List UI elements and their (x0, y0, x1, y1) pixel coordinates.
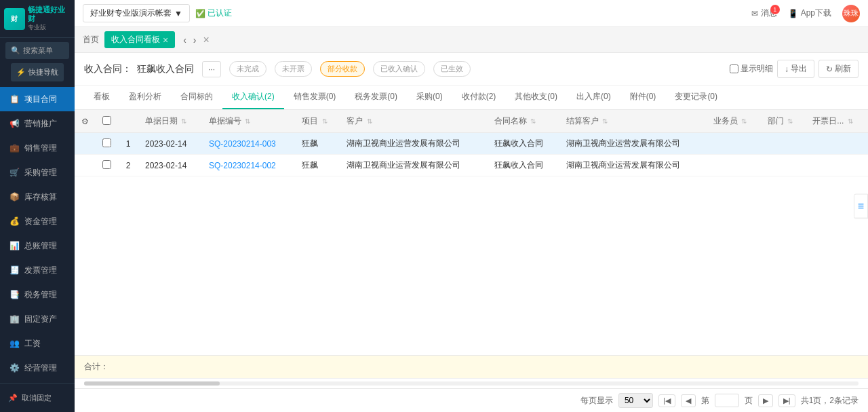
content-panel: 收入合同： 狂飙收入合同 ··· 未完成 未开票 部分收款 已收入确认 已生效 (75, 53, 868, 412)
sidebar-item-marketing[interactable]: 📢 营销推广 (0, 111, 75, 136)
header-right-actions: 显示明细 ↓ 导出 ↻ 刷新 (730, 60, 859, 78)
unpin-button[interactable]: 📌 取消固定 (0, 388, 75, 408)
refresh-button[interactable]: ↻ 刷新 (818, 60, 859, 78)
row-checkbox[interactable] (102, 160, 111, 169)
sort-icon[interactable]: ⇅ (245, 117, 250, 125)
sidebar-item-fixed-assets[interactable]: 🏢 固定资产 (0, 307, 75, 331)
status-confirmed-button[interactable]: 已收入确认 (373, 61, 425, 77)
sidebar-item-tax[interactable]: 📑 税务管理 (0, 282, 75, 307)
nav-back-button[interactable]: ‹ (180, 33, 189, 47)
tab-warehouse[interactable]: 出入库(0) (567, 86, 620, 109)
sidebar-item-sales[interactable]: 💼 销售管理 (0, 136, 75, 160)
tab-sales-invoice[interactable]: 销售发票(0) (284, 86, 346, 109)
page-number-input[interactable]: 1 (715, 394, 739, 407)
dock-button[interactable]: ≡ (854, 194, 867, 218)
close-tab-button[interactable]: × (163, 35, 168, 45)
app-logo-icon: 财 (4, 8, 25, 30)
sort-icon[interactable]: ⇅ (848, 117, 853, 125)
main-content: 好业财专业版演示帐套 ▼ ✅ 已认证 ✉ 1 消息 📱 App下载 珠珠 (75, 0, 868, 412)
company-selector[interactable]: 好业财专业版演示帐套 ▼ (83, 4, 190, 22)
sidebar-logo: 财 畅捷通好业财 专业版 (0, 0, 75, 38)
detail-toggle-checkbox[interactable] (730, 64, 738, 73)
row-customer: 湖南卫视商业运营发展有限公司 (340, 133, 487, 155)
export-button[interactable]: ↓ 导出 (777, 60, 814, 78)
nav-close-button[interactable]: × (201, 33, 212, 48)
assets-icon: 🏢 (8, 313, 20, 325)
sidebar-item-project-contract[interactable]: 📋 项目合同 (0, 87, 75, 111)
customer-header: 客户 ⇅ (340, 110, 487, 133)
breadcrumb-bar: 首页 收入合同看板 × ‹ › × (75, 27, 868, 53)
bill-no-link[interactable]: SQ-20230214-003 (209, 139, 276, 149)
tab-tax-invoice[interactable]: 税务发票(0) (345, 86, 407, 109)
next-page-button[interactable]: ▶ (758, 394, 773, 407)
first-page-button[interactable]: |◀ (658, 394, 675, 407)
detail-toggle[interactable]: 显示明细 (730, 63, 773, 75)
sidebar-item-purchase[interactable]: 🛒 采购管理 (0, 160, 75, 185)
status-incomplete-button[interactable]: 未完成 (229, 61, 267, 77)
quick-nav-button[interactable]: ⚡ 快捷导航 (11, 63, 64, 81)
tab-payment[interactable]: 收付款(2) (452, 86, 506, 109)
gear-icon[interactable]: ⚙ (81, 117, 89, 126)
tab-attachments[interactable]: 附件(0) (620, 86, 666, 109)
row-salesperson (707, 133, 761, 155)
table-area: ⚙ 单据日期 ⇅ 单据编号 ⇅ (75, 110, 868, 355)
app-logo-text: 畅捷通好业财 专业版 (28, 5, 71, 32)
row-bill-date2 (806, 133, 868, 155)
refresh-icon: ↻ (826, 64, 833, 74)
tab-contract-standard[interactable]: 合同标的 (171, 86, 222, 109)
more-options-button[interactable]: ··· (202, 61, 221, 77)
sort-icon[interactable]: ⇅ (602, 117, 608, 125)
project-icon: 📋 (8, 93, 20, 105)
row-settings-cell (75, 155, 96, 176)
sidebar-item-hr[interactable]: 👥 工资 (0, 331, 75, 356)
user-avatar[interactable]: 珠珠 (842, 5, 860, 22)
message-button[interactable]: ✉ 1 消息 (751, 7, 777, 19)
contract-header-left: 收入合同： 狂飙收入合同 ··· 未完成 未开票 部分收款 已收入确认 已生效 (84, 61, 471, 77)
prev-page-button[interactable]: ◀ (681, 394, 696, 407)
status-uninvoiced-button[interactable]: 未开票 (275, 61, 312, 77)
tab-other-income[interactable]: 其他收支(0) (505, 86, 567, 109)
nav-forward-button[interactable]: › (191, 33, 199, 47)
sidebar-item-invoice[interactable]: 🧾 发票管理 (0, 258, 75, 282)
app-download-button[interactable]: 📱 App下载 (788, 7, 831, 19)
row-checkbox-cell (96, 133, 118, 155)
sidebar-item-inventory[interactable]: 📦 库存核算 (0, 185, 75, 209)
select-all-checkbox[interactable] (102, 116, 111, 125)
table-body: 1 2023-02-14 SQ-20230214-003 狂飙 湖南卫视商业运营… (75, 133, 868, 176)
nav-arrows: ‹ › × (180, 33, 212, 48)
sort-icon[interactable]: ⇅ (741, 117, 747, 125)
sort-icon[interactable]: ⇅ (322, 117, 328, 125)
status-effective-button[interactable]: 已生效 (433, 61, 471, 77)
home-breadcrumb[interactable]: 首页 (83, 34, 99, 45)
sort-icon[interactable]: ⇅ (367, 117, 372, 125)
tab-change-records[interactable]: 变更记录(0) (665, 86, 727, 109)
table-row[interactable]: 1 2023-02-14 SQ-20230214-003 狂飙 湖南卫视商业运营… (75, 133, 868, 155)
status-partial-button[interactable]: 部分收款 (320, 61, 365, 77)
table-header: ⚙ 单据日期 ⇅ 单据编号 ⇅ (75, 110, 868, 133)
sidebar-item-general-ledger[interactable]: 📊 总账管理 (0, 233, 75, 258)
table-footer: 合计： (75, 355, 868, 378)
sidebar-item-operations[interactable]: ⚙️ 经营管理 (0, 356, 75, 380)
last-page-button[interactable]: ▶| (778, 394, 795, 407)
search-menu-button[interactable]: 🔍 搜索菜单 (5, 42, 69, 59)
tab-income-confirm[interactable]: 收入确认(2) (222, 86, 284, 109)
bill-no-link[interactable]: SQ-20230214-002 (209, 161, 276, 170)
sidebar-item-fund[interactable]: 💰 资金管理 (0, 209, 75, 233)
operations-icon: ⚙️ (8, 362, 20, 374)
row-checkbox[interactable] (102, 138, 111, 147)
tab-kanban[interactable]: 看板 (84, 86, 119, 109)
settings-header: ⚙ (75, 110, 96, 133)
table-row[interactable]: 2 2023-02-14 SQ-20230214-002 狂飙 湖南卫视商业运营… (75, 155, 868, 176)
row-bill-date: 2023-02-14 (138, 133, 202, 155)
topbar-left: 好业财专业版演示帐套 ▼ ✅ 已认证 (83, 4, 232, 22)
sort-icon[interactable]: ⇅ (787, 117, 793, 125)
active-tab-pill[interactable]: 收入合同看板 × (104, 31, 175, 48)
sort-icon[interactable]: ⇅ (530, 117, 536, 125)
tab-profit[interactable]: 盈利分析 (119, 86, 171, 109)
chevron-down-icon: ▼ (174, 9, 182, 18)
tab-purchase[interactable]: 采购(0) (407, 86, 452, 109)
sort-icon[interactable]: ⇅ (181, 117, 186, 125)
per-page-select[interactable]: 50 20 100 (618, 393, 653, 408)
scroll-thumb[interactable] (84, 381, 220, 386)
hr-icon: 👥 (8, 337, 20, 350)
